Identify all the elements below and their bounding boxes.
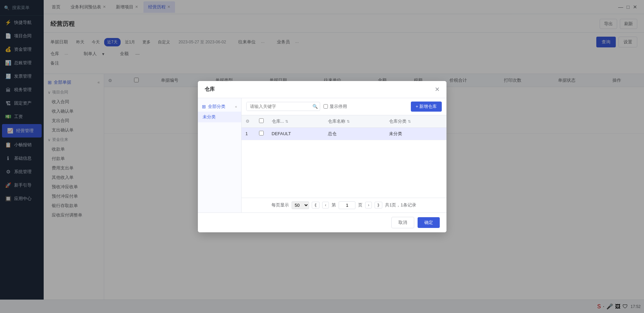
modal-overlay: 仓库 ✕ ⊞ 全部分类 « 未分类 🔍 [0, 0, 644, 313]
dialog-next-btn[interactable]: › [365, 202, 372, 208]
dialog-pagination: 每页显示 50 100 ⟪ ‹ 第 页 › ⟫ 共1页，1条记录 [242, 198, 446, 212]
dialog-header: 仓库 ✕ [198, 81, 446, 98]
row-index: 1 [242, 127, 255, 140]
col-name-label: 仓库名称 [328, 119, 345, 124]
show-disabled-text: 显示停用 [330, 104, 347, 110]
col-code-sort[interactable]: ⇅ [285, 119, 288, 123]
dialog-left-panel: ⊞ 全部分类 « 未分类 [198, 98, 242, 212]
dialog-search-box[interactable]: 🔍 [246, 102, 320, 111]
row-checkbox[interactable] [255, 127, 268, 140]
dialog-toolbar: 🔍 显示停用 + 新增仓库 [242, 98, 446, 115]
table-row[interactable]: 1 DEFAULT 总仓 未分类 [242, 127, 446, 140]
dialog-total: 共1页，1条记录 [385, 202, 416, 208]
dialog-search-input[interactable] [247, 102, 310, 111]
th-dialog-checkbox[interactable] [255, 115, 268, 128]
dialog-body: ⊞ 全部分类 « 未分类 🔍 显示停用 [198, 98, 446, 212]
th-dialog-settings[interactable]: ⚙ [242, 115, 255, 128]
dialog-right-panel: 🔍 显示停用 + 新增仓库 ⚙ [242, 98, 446, 212]
dialog-page-suffix: 页 [358, 202, 362, 208]
row-code: DEFAULT [268, 127, 324, 140]
cancel-button[interactable]: 取消 [391, 217, 414, 228]
dialog-first-btn[interactable]: ⟪ [312, 202, 319, 208]
dialog-left-collapse[interactable]: « [235, 105, 237, 109]
dialog-footer: 取消 确定 [198, 212, 446, 232]
warehouse-dialog: 仓库 ✕ ⊞ 全部分类 « 未分类 🔍 [198, 81, 446, 232]
dialog-search-icon[interactable]: 🔍 [310, 102, 320, 111]
dialog-left-uncategorized[interactable]: 未分类 [198, 112, 241, 122]
th-dialog-code: 仓库... ⇅ [268, 115, 324, 128]
add-warehouse-button[interactable]: + 新增仓库 [411, 102, 441, 112]
dialog-last-btn[interactable]: ⟫ [375, 202, 382, 208]
col-code-label: 仓库... [272, 119, 284, 124]
dialog-left-header: ⊞ 全部分类 « [198, 102, 241, 112]
col-name-sort[interactable]: ⇅ [347, 119, 350, 123]
dialog-page-label: 第 [332, 202, 336, 208]
dialog-page-input[interactable] [339, 201, 355, 209]
dialog-all-label: 全部分类 [208, 104, 225, 110]
show-disabled-label[interactable]: 显示停用 [324, 104, 347, 110]
dialog-table: ⚙ 仓库... ⇅ 仓库名称 ⇅ [242, 115, 446, 198]
row-name: 总仓 [324, 127, 385, 140]
th-dialog-name: 仓库名称 ⇅ [324, 115, 385, 128]
dialog-close-icon[interactable]: ✕ [435, 86, 440, 93]
confirm-button[interactable]: 确定 [418, 217, 440, 228]
th-dialog-category: 仓库分类 ⇅ [385, 115, 446, 128]
dialog-per-page-select[interactable]: 50 100 [292, 201, 309, 209]
row-category: 未分类 [385, 127, 446, 140]
col-category-label: 仓库分类 [389, 119, 406, 124]
col-category-sort[interactable]: ⇅ [408, 119, 411, 123]
dialog-prev-btn[interactable]: ‹ [322, 202, 329, 208]
dialog-per-page-label: 每页显示 [271, 202, 289, 208]
dialog-title: 仓库 [205, 86, 215, 92]
show-disabled-checkbox[interactable] [324, 104, 328, 109]
dialog-uncategorized-label: 未分类 [203, 114, 216, 119]
